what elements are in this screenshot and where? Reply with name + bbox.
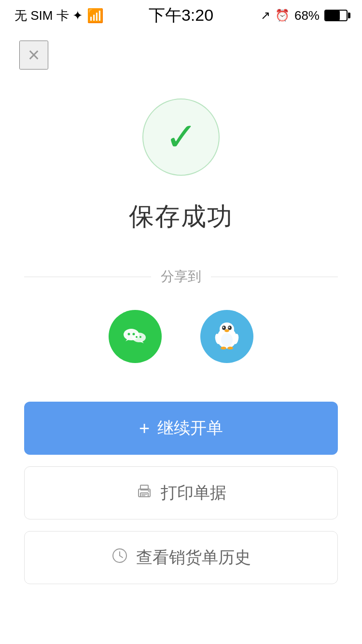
close-icon: × [28,45,40,65]
success-icon-wrapper: ✓ [142,98,220,176]
svg-marker-6 [125,339,129,341]
clock-icon [111,547,128,569]
svg-point-15 [221,333,233,347]
svg-point-13 [229,327,230,328]
share-buttons [24,310,338,363]
svg-point-17 [227,347,233,350]
history-button[interactable]: 查看销货单历史 [24,531,338,584]
share-qq-button[interactable] [200,310,253,363]
svg-point-12 [223,327,224,328]
svg-point-14 [224,329,229,332]
continue-button[interactable]: + 继续开单 [24,402,338,455]
share-divider: 分享到 [24,267,338,286]
printer-icon [136,482,153,504]
sim-status: 无 SIM 卡 ✦ [14,7,83,24]
status-time: 下午3:20 [149,4,213,27]
wifi-icon: 📶 [87,8,104,24]
svg-point-16 [221,347,226,350]
wechat-icon [121,322,150,351]
svg-point-25 [148,490,150,491]
share-label: 分享到 [161,267,201,286]
svg-point-5 [139,336,141,338]
battery-fill [325,11,340,20]
svg-line-28 [120,556,123,558]
location-icon: ↗ [261,9,270,22]
success-title: 保存成功 [129,200,233,234]
close-button[interactable]: × [19,41,48,70]
plus-icon: + [139,418,150,439]
checkmark-icon: ✓ [165,118,197,156]
status-bar: 无 SIM 卡 ✦ 📶 下午3:20 ↗ ⏰ 68% [0,0,362,31]
print-button[interactable]: 打印单据 [24,466,338,519]
divider-line-left [24,277,151,277]
svg-point-3 [133,333,135,336]
battery-icon [324,10,348,21]
continue-label: 继续开单 [157,417,223,439]
share-wechat-button[interactable] [109,310,162,363]
qq-icon [212,321,242,352]
alarm-icon: ⏰ [275,9,290,22]
svg-point-2 [128,333,130,336]
svg-rect-22 [140,493,148,497]
history-label: 查看销货单历史 [136,546,251,569]
status-right: ↗ ⏰ 68% [261,8,348,23]
print-label: 打印单据 [161,482,226,504]
status-left: 无 SIM 卡 ✦ 📶 [14,7,104,24]
main-content: × ✓ 保存成功 分享到 [0,31,362,644]
svg-point-4 [136,336,138,338]
divider-line-right [211,277,338,277]
battery-percent: 68% [294,8,320,23]
action-buttons: + 继续开单 打印单据 [24,402,338,584]
